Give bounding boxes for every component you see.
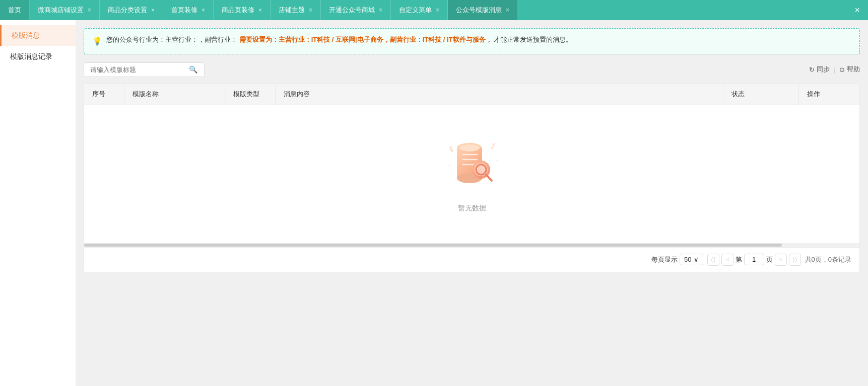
empty-state: 暂无数据 <box>84 105 859 243</box>
tab-theme[interactable]: 店铺主题 × <box>271 0 321 20</box>
total-info: 共0页，0条记录 <box>805 255 851 264</box>
tab-menu-label: 自定义菜单 <box>399 6 432 15</box>
search-button[interactable]: 🔍 <box>189 65 197 73</box>
tab-product-decor-label: 商品页装修 <box>222 6 254 15</box>
tab-menu-close[interactable]: × <box>436 7 439 14</box>
window-close-button[interactable]: × <box>846 5 868 16</box>
table-header: 序号 模版名称 模版类型 消息内容 状态 操作 <box>84 84 859 105</box>
tab-shop-settings[interactable]: 微商城店铺设置 × <box>30 0 100 20</box>
scrollbar-thumb[interactable] <box>84 244 782 247</box>
col-name: 模版名称 <box>124 84 225 105</box>
tab-template-msg-label: 公众号模版消息 <box>456 6 502 15</box>
notice-icon: 💡 <box>92 35 102 48</box>
tab-category-label: 商品分类设置 <box>108 6 147 15</box>
tab-bar: 首页 微商城店铺设置 × 商品分类设置 × 首页装修 × 商品页装修 × 店铺主… <box>0 0 868 20</box>
tab-menu[interactable]: 自定义菜单 × <box>391 0 448 20</box>
page-unit-label: 页 <box>766 255 773 264</box>
help-icon: ⊙ <box>839 66 845 73</box>
page-size-select: 每页显示 50 ∨ <box>651 254 703 265</box>
search-input[interactable] <box>88 63 189 76</box>
sidebar-item-template-msg-record-label: 模版消息记录 <box>10 52 52 60</box>
tab-home-decor-label: 首页装修 <box>171 6 197 15</box>
page-input-area: 第 页 <box>736 254 773 265</box>
page-size-label: 每页显示 <box>651 255 678 264</box>
horizontal-scrollbar[interactable] <box>84 243 859 247</box>
tab-category[interactable]: 商品分类设置 × <box>100 0 163 20</box>
tab-template-msg-close[interactable]: × <box>506 7 509 14</box>
sidebar-item-template-msg[interactable]: 模版消息 <box>0 25 76 46</box>
empty-illustration <box>442 135 502 196</box>
search-actions: ↻ 同步 | ⊙ 帮助 <box>809 65 860 74</box>
sidebar-item-template-msg-label: 模版消息 <box>12 31 40 39</box>
notice-prefix: 您的公众号行业为：主营行业：，副营行业： <box>106 36 237 43</box>
tab-home-decor[interactable]: 首页装修 × <box>163 0 214 20</box>
sidebar-item-template-msg-record[interactable]: 模版消息记录 <box>0 46 76 67</box>
svg-line-10 <box>486 175 492 181</box>
prev-page-button[interactable]: ＜ <box>721 254 733 266</box>
col-content: 消息内容 <box>276 84 723 105</box>
notice-box: 💡 您的公众号行业为：主营行业：，副营行业： 需要设置为：主营行业：IT科技 /… <box>84 28 860 54</box>
search-input-wrap: 🔍 <box>84 62 205 77</box>
tab-home-label: 首页 <box>8 6 21 15</box>
last-page-button[interactable]: ⟩⟩ <box>789 254 801 266</box>
svg-point-14 <box>448 165 450 166</box>
page-prefix-label: 第 <box>736 255 742 264</box>
tab-theme-close[interactable]: × <box>309 7 312 14</box>
sidebar: 模版消息 模版消息记录 <box>0 20 76 386</box>
svg-point-13 <box>496 160 498 161</box>
main-layout: 模版消息 模版消息记录 💡 您的公众号行业为：主营行业：，副营行业： 需要设置为… <box>0 20 868 386</box>
chevron-down-icon: ∨ <box>694 256 699 263</box>
tab-template-msg[interactable]: 公众号模版消息 × <box>448 0 518 20</box>
tab-shop-settings-label: 微商城店铺设置 <box>38 6 84 15</box>
help-label: 帮助 <box>847 65 860 74</box>
page-size-value: 50 <box>684 256 691 263</box>
svg-point-12 <box>491 147 493 149</box>
page-size-dropdown[interactable]: 50 ∨ <box>680 254 703 265</box>
tab-home-decor-close[interactable]: × <box>202 7 205 14</box>
notice-highlight: 需要设置为：主营行业：IT科技 / 互联网|电子商务，副营行业：IT科技 / I… <box>239 36 492 43</box>
sync-label: 同步 <box>817 65 830 74</box>
col-index: 序号 <box>84 84 124 105</box>
tab-mall[interactable]: 开通公众号商城 × <box>321 0 391 20</box>
help-button[interactable]: ⊙ 帮助 <box>839 65 860 74</box>
action-divider: | <box>834 66 835 73</box>
svg-point-11 <box>450 149 453 151</box>
first-page-button[interactable]: ⟨⟨ <box>707 254 719 266</box>
tab-theme-label: 店铺主题 <box>279 6 305 15</box>
content-area: 💡 您的公众号行业为：主营行业：，副营行业： 需要设置为：主营行业：IT科技 /… <box>76 20 868 386</box>
pagination: 每页显示 50 ∨ ⟨⟨ ＜ 第 页 ＞ ⟩⟩ <box>84 247 859 272</box>
tab-home[interactable]: 首页 <box>0 0 30 20</box>
search-bar: 🔍 ↻ 同步 | ⊙ 帮助 <box>84 62 860 77</box>
notice-suffix: 才能正常发送预置的消息。 <box>494 36 572 43</box>
tab-mall-label: 开通公众号商城 <box>329 6 375 15</box>
tab-shop-settings-close[interactable]: × <box>88 7 91 14</box>
sync-icon: ↻ <box>809 66 815 73</box>
col-type: 模版类型 <box>225 84 276 105</box>
tab-mall-close[interactable]: × <box>379 7 382 14</box>
col-action: 操作 <box>799 84 859 105</box>
empty-text: 暂无数据 <box>458 204 486 213</box>
notice-text: 您的公众号行业为：主营行业：，副营行业： 需要设置为：主营行业：IT科技 / 互… <box>106 35 572 45</box>
table-wrap: 序号 模版名称 模版类型 消息内容 状态 操作 <box>84 83 860 272</box>
tab-product-decor[interactable]: 商品页装修 × <box>214 0 271 20</box>
page-number-input[interactable] <box>744 254 764 265</box>
tab-category-close[interactable]: × <box>151 7 155 14</box>
next-page-button[interactable]: ＞ <box>775 254 787 266</box>
tab-product-decor-close[interactable]: × <box>258 7 262 14</box>
page-nav: ⟨⟨ ＜ 第 页 ＞ ⟩⟩ <box>707 254 801 266</box>
sync-button[interactable]: ↻ 同步 <box>809 65 830 74</box>
svg-point-3 <box>459 144 480 151</box>
col-status: 状态 <box>723 84 799 105</box>
